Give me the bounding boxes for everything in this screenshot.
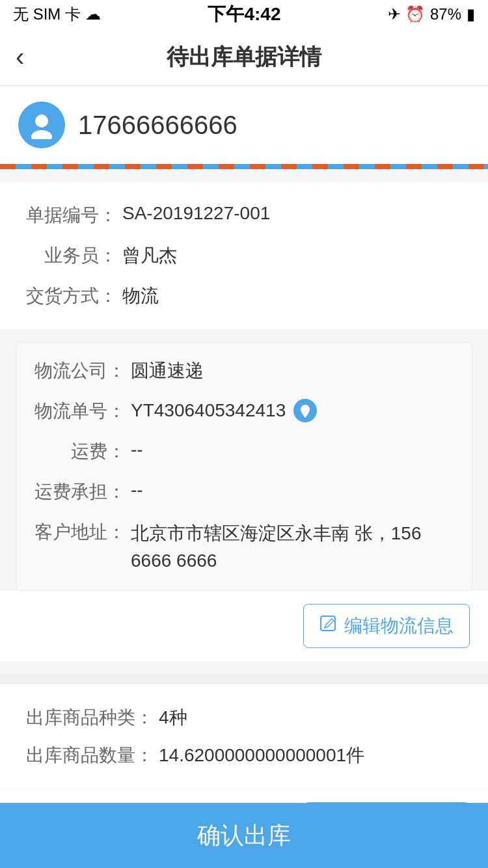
document-number-row: 单据编号： SA-20191227-001 xyxy=(26,203,462,228)
nav-bar: ‹ 待出库单据详情 xyxy=(0,29,488,86)
edit-btn-row: 编辑物流信息 xyxy=(0,591,488,661)
address-row: 客户地址： 北京市市辖区海淀区永丰南 张，156 6666 6666 xyxy=(34,520,454,575)
battery-bar: ▮ xyxy=(467,5,475,23)
battery-icon: ✈ ⏰ xyxy=(388,5,425,23)
battery-level: 87% xyxy=(430,5,461,23)
product-quantity-row: 出库商品数量： 14.620000000000000​1件 xyxy=(26,743,462,768)
product-types-row: 出库商品种类： 4种 xyxy=(26,705,462,730)
freight-value: -- xyxy=(131,439,454,460)
delivery-method-value: 物流 xyxy=(122,284,462,308)
edit-logistics-button[interactable]: 编辑物流信息 xyxy=(303,604,470,648)
freight-bearer-row: 运费承担： -- xyxy=(34,480,454,504)
dashed-divider xyxy=(0,164,488,169)
sim-status: 无 SIM 卡 ☁ xyxy=(13,4,101,25)
tracking-number-label: 物流单号： xyxy=(34,399,126,424)
document-number-value: SA-20191227-001 xyxy=(122,203,462,224)
address-value: 北京市市辖区海淀区永丰南 张，156 6666 6666 xyxy=(131,520,454,575)
basic-info-section: 单据编号： SA-20191227-001 业务员： 曾凡杰 交货方式： 物流 xyxy=(0,182,488,329)
product-types-value: 4种 xyxy=(159,705,187,730)
freight-label: 运费： xyxy=(34,439,126,464)
confirm-button-label: 确认出库 xyxy=(197,820,291,852)
status-right: ✈ ⏰ 87% ▮ xyxy=(388,5,475,23)
product-types-label: 出库商品种类： xyxy=(26,705,154,730)
logistics-section: 物流公司： 圆通速递 物流单号： YT43064053424​13 运费： --… xyxy=(16,342,472,591)
section-divider xyxy=(0,674,488,685)
sales-person-row: 业务员： 曾凡杰 xyxy=(26,243,462,268)
customer-phone: 17666666666 xyxy=(78,111,237,140)
logistics-company-label: 物流公司： xyxy=(34,359,126,383)
address-label: 客户地址： xyxy=(34,520,126,545)
location-icon[interactable] xyxy=(293,399,317,422)
sales-person-label: 业务员： xyxy=(26,243,117,268)
svg-point-0 xyxy=(35,115,48,128)
page-title: 待出库单据详情 xyxy=(167,42,321,72)
product-section: 出库商品种类： 4种 出库商品数量： 14.620000000000000​1件 xyxy=(0,685,488,789)
back-button[interactable]: ‹ xyxy=(16,42,24,72)
tracking-number-container: YT43064053424​13 xyxy=(131,399,454,422)
product-quantity-value: 14.620000000000000​1件 xyxy=(159,743,364,768)
freight-bearer-label: 运费承担： xyxy=(34,480,126,504)
status-bar: 无 SIM 卡 ☁ 下午4:42 ✈ ⏰ 87% ▮ xyxy=(0,0,488,29)
sales-person-value: 曾凡杰 xyxy=(122,243,462,268)
logistics-company-row: 物流公司： 圆通速递 xyxy=(34,359,454,383)
status-left: 无 SIM 卡 ☁ xyxy=(13,4,101,25)
tracking-number-value: YT43064053424​13 xyxy=(131,400,286,421)
svg-point-1 xyxy=(31,130,52,139)
document-number-label: 单据编号： xyxy=(26,203,117,228)
delivery-method-label: 交货方式： xyxy=(26,284,117,308)
edit-logistics-label: 编辑物流信息 xyxy=(344,614,454,638)
status-time: 下午4:42 xyxy=(208,2,280,27)
freight-row: 运费： -- xyxy=(34,439,454,464)
delivery-method-row: 交货方式： 物流 xyxy=(26,284,462,308)
freight-bearer-value: -- xyxy=(131,480,454,500)
tracking-number-row: 物流单号： YT43064053424​13 xyxy=(34,399,454,424)
avatar xyxy=(18,102,65,148)
product-quantity-label: 出库商品数量： xyxy=(26,743,154,768)
edit-icon xyxy=(319,615,338,638)
logistics-company-value: 圆通速递 xyxy=(131,359,454,383)
confirm-bar[interactable]: 确认出库 xyxy=(0,803,488,868)
customer-header: 17666666666 xyxy=(0,86,488,164)
